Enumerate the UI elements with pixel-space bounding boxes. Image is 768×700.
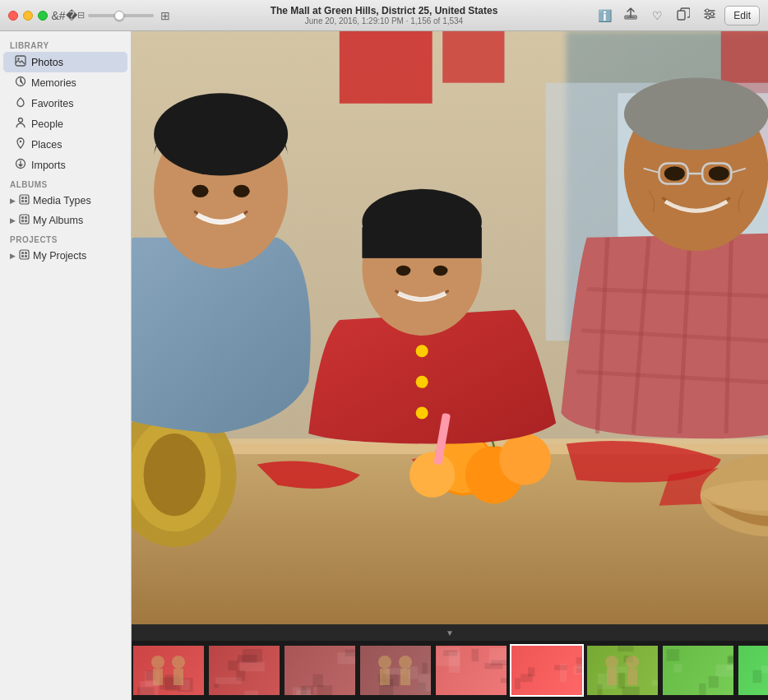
svg-rect-17	[21, 216, 24, 219]
svg-point-60	[433, 266, 448, 276]
duplicate-icon	[677, 7, 690, 23]
sidebar-item-memories[interactable]: Memories	[3, 72, 127, 93]
svg-point-41	[499, 433, 551, 485]
svg-point-59	[396, 266, 411, 276]
chevron-right-icon-3: ▶	[10, 252, 16, 260]
svg-rect-12	[21, 197, 24, 199]
memories-icon	[15, 76, 26, 90]
svg-rect-23	[25, 252, 27, 254]
sidebar-item-people[interactable]: People	[3, 114, 127, 134]
svg-point-2	[706, 9, 709, 12]
favorite-button[interactable]: ♡	[645, 6, 669, 25]
library-section-label: Library	[0, 36, 131, 52]
imports-label: Imports	[31, 160, 66, 171]
filmstrip-thumb[interactable]	[207, 644, 281, 697]
sidebar-item-imports[interactable]: Imports	[3, 155, 127, 175]
filmstrip-thumb[interactable]	[585, 644, 659, 697]
svg-point-50	[192, 185, 209, 197]
media-types-label: Media Types	[33, 195, 91, 206]
memories-label: Memories	[31, 77, 76, 89]
svg-rect-16	[20, 215, 29, 224]
zoom-slider[interactable]	[88, 14, 154, 17]
photo-title: The Mall at Green Hills, District 25, Un…	[271, 5, 498, 16]
svg-point-71	[624, 77, 768, 150]
people-label: People	[31, 118, 63, 130]
imports-icon	[15, 158, 26, 172]
filmstrip-thumb[interactable]	[737, 644, 768, 697]
photos-label: Photos	[31, 57, 63, 68]
title-area: The Mall at Green Hills, District 25, Un…	[271, 5, 498, 25]
filmstrip-thumb[interactable]	[359, 644, 433, 697]
sidebar-item-media-types[interactable]: ▶ Media Types	[3, 191, 127, 211]
chevron-right-icon: ▶	[10, 197, 16, 205]
svg-rect-20	[25, 220, 27, 222]
photos-icon	[15, 55, 26, 69]
filmstrip-divider: ▼	[132, 624, 768, 641]
svg-rect-11	[20, 195, 29, 204]
svg-rect-13	[25, 197, 27, 199]
main-photo-container[interactable]	[132, 31, 768, 624]
sidebar-item-places[interactable]: Places	[3, 134, 127, 155]
svg-rect-14	[21, 200, 24, 202]
svg-rect-24	[21, 255, 24, 257]
svg-point-42	[409, 452, 455, 498]
svg-point-73	[709, 166, 729, 181]
my-albums-icon	[19, 214, 30, 227]
share-button[interactable]	[619, 6, 642, 25]
grid-view-icon: ⊞	[160, 9, 170, 22]
filmstrip-thumb[interactable]	[132, 644, 206, 697]
photo-area: ▼	[132, 31, 768, 700]
filmstrip-thumb[interactable]	[283, 644, 357, 697]
svg-point-52	[416, 345, 428, 357]
svg-rect-29	[442, 31, 504, 83]
svg-rect-28	[340, 31, 433, 104]
svg-rect-18	[25, 216, 27, 219]
chevron-right-icon-2: ▶	[10, 216, 16, 225]
svg-point-4	[706, 16, 710, 19]
minimize-button[interactable]	[23, 11, 33, 21]
edit-button[interactable]: Edit	[724, 6, 760, 25]
svg-rect-22	[21, 252, 24, 254]
svg-rect-58	[362, 227, 481, 258]
filmstrip	[132, 641, 768, 700]
sidebar: Library Photos Memories	[0, 31, 132, 700]
info-button[interactable]: ℹ️	[593, 6, 616, 25]
svg-rect-25	[25, 255, 27, 257]
filmstrip-thumb[interactable]	[661, 644, 735, 697]
filmstrip-thumb[interactable]	[434, 644, 508, 697]
info-icon: ℹ️	[598, 9, 612, 22]
svg-point-49	[154, 93, 288, 175]
my-projects-icon	[19, 249, 30, 262]
window-controls	[0, 11, 48, 21]
duplicate-button[interactable]	[672, 6, 695, 25]
svg-point-6	[17, 58, 19, 59]
my-albums-label: My Albums	[33, 215, 83, 226]
svg-point-3	[710, 12, 714, 16]
places-icon	[15, 137, 26, 151]
filmstrip-thumb[interactable]	[510, 644, 584, 697]
svg-point-72	[664, 166, 685, 181]
media-types-icon	[19, 194, 30, 207]
svg-point-37	[144, 433, 206, 516]
adjust-icon	[703, 7, 716, 23]
sidebar-item-my-projects[interactable]: ▶ My Projects	[3, 246, 127, 266]
favorites-icon	[15, 96, 26, 110]
zoom-out-icon: ⊟	[77, 10, 85, 21]
svg-point-8	[19, 118, 23, 123]
svg-point-54	[416, 406, 428, 419]
back-button[interactable]: &#�	[56, 7, 72, 24]
sidebar-item-my-albums[interactable]: ▶ My Albums	[3, 211, 127, 230]
projects-section-label: Projects	[0, 230, 131, 246]
svg-rect-15	[25, 200, 27, 202]
maximize-button[interactable]	[38, 11, 48, 21]
sidebar-item-photos[interactable]: Photos	[3, 52, 127, 72]
adjust-button[interactable]	[698, 6, 721, 25]
places-label: Places	[31, 139, 62, 151]
close-button[interactable]	[8, 11, 18, 21]
share-icon	[624, 7, 637, 23]
titlebar: &#� ⊟ ⊞ The Mall at Green Hills, Distric…	[0, 0, 768, 31]
sidebar-item-favorites[interactable]: Favorites	[3, 93, 127, 114]
svg-rect-21	[20, 250, 29, 259]
filmstrip-collapse-arrow[interactable]: ▼	[446, 628, 454, 637]
favorites-label: Favorites	[31, 98, 73, 109]
